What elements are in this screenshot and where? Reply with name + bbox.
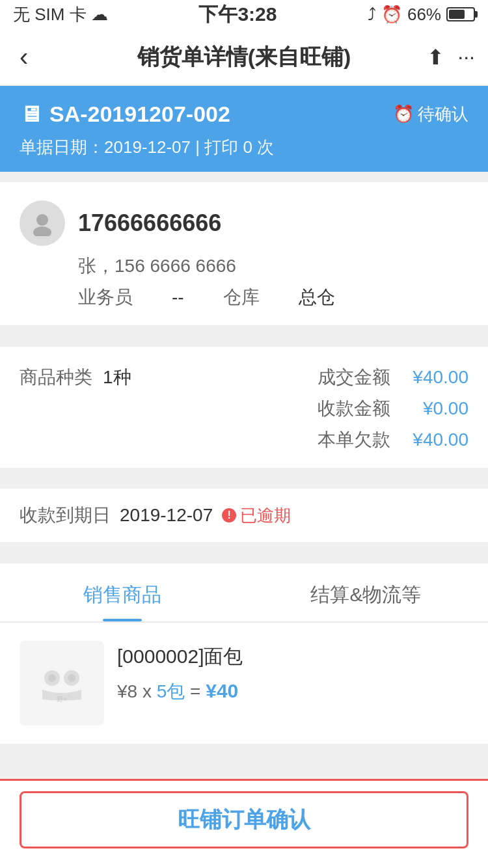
tabs-section: 销售商品 结算&物流等 <box>0 563 488 623</box>
product-price: ¥8 <box>117 681 137 701</box>
order-status: ⏰ 待确认 <box>393 103 468 126</box>
status-bar: 无 SIM 卡 ☁ 下午3:28 ⤴ ⏰ 66% <box>0 0 488 29</box>
tabs-row: 销售商品 结算&物流等 <box>0 563 488 622</box>
equals-sign: = <box>190 681 206 701</box>
avatar <box>20 200 65 246</box>
svg-point-1 <box>33 226 51 236</box>
tab-sales-products-label: 销售商品 <box>83 584 161 605</box>
product-name: [0000002]面包 <box>117 644 468 670</box>
overdue-label: 收款到期日 <box>20 503 111 528</box>
divider-1 <box>0 326 488 336</box>
overdue-icon: ! <box>222 508 236 522</box>
amount-section: 商品种类 1种 成交金额 ¥40.00 收款金额 ¥0.00 本单欠款 ¥40.… <box>0 347 488 468</box>
customer-name: 张，156 6666 6666 <box>20 254 468 278</box>
battery-text: 66% <box>407 5 441 25</box>
status-bar-time: 下午3:28 <box>198 1 277 28</box>
nav-bar: ‹ 销货单详情(来自旺铺) ⬆ ··· <box>0 29 488 86</box>
order-header: 🖥 SA-20191207-002 ⏰ 待确认 单据日期：2019-12-07 … <box>0 86 488 172</box>
sales-value: -- <box>172 287 184 308</box>
customer-info-row: 业务员 -- 仓库 总仓 <box>20 285 468 310</box>
tab-settlement-logistics[interactable]: 结算&物流等 <box>244 563 488 621</box>
tab-settlement-logistics-label: 结算&物流等 <box>310 584 421 605</box>
order-icon: 🖥 <box>20 102 42 127</box>
battery-fill <box>449 10 465 19</box>
confirm-order-button[interactable]: 旺铺订单确认 <box>20 791 468 848</box>
more-icon[interactable]: ··· <box>457 45 475 69</box>
order-meta: 单据日期：2019-12-07 | 打印 0 次 <box>20 136 468 159</box>
sales-label: 业务员 <box>78 285 133 310</box>
nav-actions: ⬆ ··· <box>427 45 475 70</box>
product-list: 野+ [0000002]面包 ¥8 x 5包 = ¥40 <box>0 623 488 744</box>
svg-text:野+: 野+ <box>57 696 67 703</box>
table-row: 野+ [0000002]面包 ¥8 x 5包 = ¥40 <box>0 623 488 744</box>
bottom-bar: 旺铺订单确认 <box>0 779 488 868</box>
divider-2 <box>0 468 488 478</box>
received-label: 收款金额 <box>318 396 390 421</box>
transaction-item: 成交金额 ¥40.00 <box>318 365 468 390</box>
location-icon: ⤴ <box>368 5 376 25</box>
multiply-sign: x <box>142 681 157 701</box>
amount-row: 商品种类 1种 成交金额 ¥40.00 收款金额 ¥0.00 本单欠款 ¥40.… <box>20 365 468 452</box>
customer-phone: 17666666666 <box>78 210 221 237</box>
type-label: 商品种类 <box>20 365 92 390</box>
received-item: 收款金额 ¥0.00 <box>318 396 468 421</box>
tab-underline <box>103 619 142 621</box>
debt-value: ¥40.00 <box>403 429 468 450</box>
transaction-label: 成交金额 <box>318 365 390 390</box>
warehouse-label: 仓库 <box>223 285 260 310</box>
product-thumbnail: 野+ <box>20 641 104 726</box>
received-value: ¥0.00 <box>403 398 468 419</box>
alarm-icon: ⏰ <box>381 5 402 25</box>
tab-sales-products[interactable]: 销售商品 <box>0 563 244 621</box>
svg-point-4 <box>48 674 56 682</box>
overdue-badge: ! 已逾期 <box>222 504 291 527</box>
battery-icon <box>446 7 475 21</box>
page-title: 销货单详情(来自旺铺) <box>137 42 351 72</box>
overdue-section: 收款到期日 2019-12-07 ! 已逾期 <box>0 489 488 543</box>
customer-section: 17666666666 张，156 6666 6666 业务员 -- 仓库 总仓 <box>0 182 488 326</box>
debt-label: 本单欠款 <box>318 427 390 452</box>
svg-point-5 <box>68 674 75 682</box>
type-value: 1种 <box>103 365 131 390</box>
order-header-top: 🖥 SA-20191207-002 ⏰ 待确认 <box>20 102 468 127</box>
amount-left: 商品种类 1种 <box>20 365 131 390</box>
order-id-text: SA-20191207-002 <box>49 102 230 127</box>
overdue-text: 已逾期 <box>240 504 291 527</box>
sim-text: 无 SIM 卡 ☁ <box>13 3 108 26</box>
product-price-row: ¥8 x 5包 = ¥40 <box>117 679 468 704</box>
product-info: [0000002]面包 ¥8 x 5包 = ¥40 <box>117 641 468 704</box>
status-clock-icon: ⏰ <box>393 104 414 124</box>
amount-right: 成交金额 ¥40.00 收款金额 ¥0.00 本单欠款 ¥40.00 <box>318 365 468 452</box>
status-bar-right: ⤴ ⏰ 66% <box>368 5 475 25</box>
back-button[interactable]: ‹ <box>13 36 34 78</box>
order-id: 🖥 SA-20191207-002 <box>20 102 230 127</box>
debt-item: 本单欠款 ¥40.00 <box>318 427 468 452</box>
product-total: ¥40 <box>206 680 238 701</box>
warehouse-value: 总仓 <box>299 285 335 310</box>
divider-3 <box>0 543 488 553</box>
transaction-value: ¥40.00 <box>403 367 468 388</box>
status-text: 待确认 <box>418 103 468 126</box>
status-bar-left: 无 SIM 卡 ☁ <box>13 3 108 26</box>
svg-point-0 <box>36 214 48 226</box>
product-qty: 5包 <box>157 681 185 701</box>
overdue-date: 2019-12-07 <box>120 505 213 526</box>
share-icon[interactable]: ⬆ <box>427 45 444 70</box>
customer-row: 17666666666 <box>20 200 468 246</box>
